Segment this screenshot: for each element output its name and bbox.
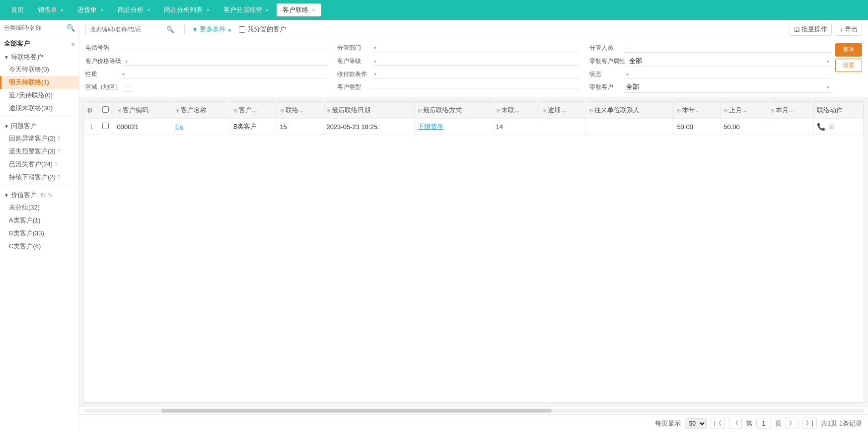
retail-attr-input[interactable]: 全部 ▾ xyxy=(627,56,831,67)
nav-purchase[interactable]: 进货单 × xyxy=(72,3,109,16)
pay-term-input[interactable]: ▾ xyxy=(372,71,579,78)
region-input[interactable]: ··· xyxy=(123,82,132,92)
phone-input[interactable] xyxy=(120,47,327,49)
row-checkbox[interactable] xyxy=(102,123,109,129)
customer-grade-input[interactable]: ▾ xyxy=(372,58,579,66)
sidebar-all-customers-header[interactable]: 全部客户 « xyxy=(0,36,79,50)
row-last-contact-method[interactable]: 下销货单 xyxy=(415,119,493,135)
row-customer-name[interactable]: Ea xyxy=(172,119,230,135)
sidebar-item-overdue-pending[interactable]: 逾期未联络(30) xyxy=(0,102,79,115)
nav-product-analysis-list[interactable]: 商品分析列表 × xyxy=(158,3,215,16)
first-page-button[interactable]: |《 xyxy=(711,418,725,429)
close-icon[interactable]: × xyxy=(100,7,103,13)
col-customer-type: ⊞客户... xyxy=(230,102,277,119)
filter-status-field: 状态 ▾ xyxy=(589,70,831,78)
sidebar-value-group[interactable]: ▼ 价值客户 ↻ ✎ xyxy=(0,188,79,201)
filter-price-grade-field: 客户价格等级 ▾ xyxy=(85,57,327,66)
horizontal-scrollbar[interactable] xyxy=(79,407,868,414)
more-conditions-button[interactable]: ▼ 更多条件 ▲ xyxy=(189,23,235,35)
my-customers-check[interactable] xyxy=(239,26,245,33)
sidebar-item-7days-pending[interactable]: 近7天待联络(0) xyxy=(0,89,79,102)
sidebar-item-class-a[interactable]: A类客户(1) xyxy=(0,214,79,227)
scrollbar-thumb[interactable] xyxy=(161,409,552,413)
filter-action-buttons: 查询 设置 xyxy=(835,43,862,93)
help-icon[interactable]: ? xyxy=(54,161,57,167)
close-icon[interactable]: × xyxy=(61,7,64,13)
col-this-year: ⊞本年... xyxy=(674,102,721,119)
help-icon[interactable]: ? xyxy=(57,136,60,142)
row-uncontacted: 14 xyxy=(493,119,539,135)
sidebar-item-tomorrow-pending[interactable]: 明天待联络(1) xyxy=(0,76,79,89)
top-navigation: 首页 销售单 × 进货单 × 商品分析 × 商品分析列表 × 客户分层经营 × … xyxy=(0,0,868,20)
main-search-box[interactable]: 🔍 xyxy=(85,24,185,35)
col-customer-code: ⊞客户编码 xyxy=(114,102,172,119)
close-icon[interactable]: × xyxy=(266,7,269,13)
sidebar-problem-group[interactable]: ▼ 问题客户 xyxy=(0,119,79,132)
customer-type-input[interactable] xyxy=(372,86,579,88)
sidebar-item-declining-customers[interactable]: 持续下滑客户(2) ? xyxy=(0,171,79,184)
nav-home[interactable]: 首页 xyxy=(5,3,30,16)
row-contact-person xyxy=(586,119,674,135)
help-icon[interactable]: ? xyxy=(57,174,60,180)
filter-row-4: 区域（地区） ··· 客户类型 零散客户 全部 xyxy=(85,81,831,93)
row-checkbox-cell[interactable] xyxy=(99,119,114,135)
search-icon[interactable]: 🔍 xyxy=(166,26,174,33)
my-customers-checkbox[interactable]: 我分管的客户 xyxy=(239,25,286,34)
sidebar-item-repurchase-abnormal[interactable]: 回购异常客户(2) ? xyxy=(0,132,79,145)
nav-product-analysis[interactable]: 商品分析 × xyxy=(112,3,156,16)
nav-sales[interactable]: 销售单 × xyxy=(32,3,70,16)
help-icon[interactable]: ? xyxy=(57,148,60,154)
sidebar-item-loss-warning[interactable]: 流失预警客户(3) ? xyxy=(0,145,79,158)
row-grid-icon[interactable]: ⊞ xyxy=(828,123,834,131)
filter-retail-attr-field: 零散客户属性 全部 ▾ xyxy=(589,56,831,67)
scrollbar-track[interactable] xyxy=(83,409,864,413)
pagination-bar: 每页显示 50 |《 《 第 页 》 》| 共1页 1条记录 xyxy=(79,414,868,432)
prev-page-button[interactable]: 《 xyxy=(729,418,742,429)
close-icon[interactable]: × xyxy=(206,7,209,13)
refresh-icon[interactable]: ↻ xyxy=(40,192,46,199)
sidebar-collapse-icon[interactable]: « xyxy=(71,40,75,48)
last-page-button[interactable]: 》| xyxy=(802,418,817,429)
reset-button[interactable]: 设置 xyxy=(835,59,862,72)
sidebar-item-class-c[interactable]: C类客户(6) xyxy=(0,240,79,253)
sidebar-item-today-pending[interactable]: 今天待联络(0) xyxy=(0,63,79,76)
status-input[interactable]: ▾ xyxy=(624,71,831,78)
person-input[interactable]: ··· xyxy=(624,43,831,53)
col-settings[interactable]: ⚙ xyxy=(84,102,99,119)
row-overdue xyxy=(539,119,586,135)
edit-icon[interactable]: ✎ xyxy=(48,192,53,199)
main-search-input[interactable] xyxy=(90,26,164,33)
price-grade-input[interactable]: ▾ xyxy=(123,58,327,66)
chevron-down-icon: ▼ xyxy=(4,193,9,198)
filter-row-3: 性质 ▾ 收付款条件 ▾ xyxy=(85,70,831,78)
page-number-input[interactable] xyxy=(756,419,771,429)
sidebar-search-icon[interactable]: 🔍 xyxy=(67,24,75,32)
chevron-down-icon: ▼ xyxy=(4,124,9,129)
sidebar-item-lost-customers[interactable]: 已流失客户(24) ? xyxy=(0,158,79,171)
nav-customer-layering[interactable]: 客户分层经营 × xyxy=(217,3,275,16)
export-button[interactable]: ↑ 导出 xyxy=(836,23,863,36)
query-button[interactable]: 查询 xyxy=(835,43,862,57)
col-checkbox[interactable] xyxy=(99,102,114,119)
close-icon[interactable]: × xyxy=(147,7,150,13)
batch-operation-button[interactable]: ☑ 批量操作 xyxy=(790,23,832,36)
row-customer-code: 000021 xyxy=(114,119,172,135)
per-page-select[interactable]: 50 xyxy=(685,418,707,429)
sidebar-item-class-b[interactable]: B类客户(33) xyxy=(0,227,79,240)
sidebar-item-ungrouped[interactable]: 未分组(32) xyxy=(0,201,79,214)
content-area: 🔍 ▼ 更多条件 ▲ 我分管的客户 ☑ 批量操作 ↑ 导出 xyxy=(79,20,868,432)
filter-bar: 🔍 ▼ 更多条件 ▲ 我分管的客户 ☑ 批量操作 ↑ 导出 xyxy=(79,20,868,39)
sidebar-search-input[interactable] xyxy=(4,24,65,31)
filter-customer-grade-field: 客户等级 ▾ xyxy=(337,57,579,66)
col-contacts: ⊞联络... xyxy=(277,102,323,119)
sidebar-pending-group[interactable]: ▼ 待联络客户 xyxy=(0,50,79,63)
nature-input[interactable]: ▾ xyxy=(120,71,327,78)
retail-customer-input[interactable]: 全部 ▾ xyxy=(624,81,831,93)
next-page-button[interactable]: 》 xyxy=(786,418,798,429)
dept-input[interactable]: ▾ xyxy=(372,44,579,52)
close-icon[interactable]: × xyxy=(312,7,315,13)
nav-customer-contact[interactable]: 客户联络 × xyxy=(277,3,321,16)
select-all-checkbox[interactable] xyxy=(102,106,109,113)
row-call-icon[interactable]: 📞 xyxy=(817,123,825,131)
settings-icon[interactable]: ⚙ xyxy=(87,107,93,114)
